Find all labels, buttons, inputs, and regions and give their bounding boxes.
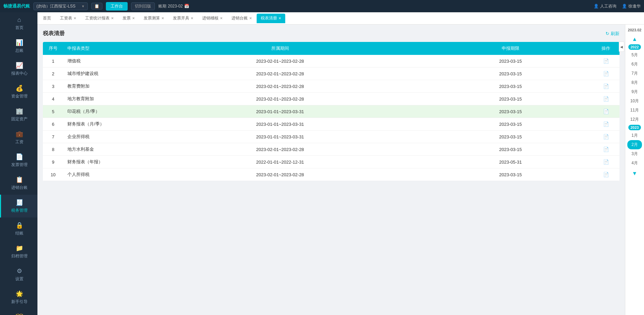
- sidebar-item-close[interactable]: 🔒 结账: [0, 217, 37, 240]
- consult-button[interactable]: 👤 人工咨询: [594, 3, 616, 9]
- action-icon[interactable]: 📄: [603, 172, 609, 177]
- year-2023-badge[interactable]: 2023: [628, 125, 641, 130]
- cell-action: 📄: [592, 143, 619, 156]
- calendar-icon[interactable]: 📅: [184, 4, 189, 9]
- month-2023-4[interactable]: 4月: [625, 159, 644, 168]
- month-2023-1[interactable]: 1月: [625, 131, 644, 140]
- tab-purchase-ledger[interactable]: 进销台账 ✕: [227, 14, 256, 23]
- sidebar-item-guide[interactable]: 🌟 新手引导: [0, 286, 37, 309]
- month-7[interactable]: 7月: [625, 69, 644, 78]
- tab-invoice[interactable]: 发票 ✕: [118, 14, 139, 23]
- sidebar-item-fund[interactable]: 💰 资金管理: [0, 80, 37, 103]
- sidebar-item-report[interactable]: 📈 报表中心: [0, 58, 37, 80]
- cell-deadline: 2023-03-15: [429, 55, 592, 68]
- sidebar-label-salary: 工资: [15, 139, 23, 145]
- company-selector[interactable]: (勿动）江西报宝-LSS ▼: [33, 2, 88, 10]
- cell-action: 📄: [592, 156, 619, 168]
- tab-salary-report[interactable]: 工资统计报表 ✕: [81, 14, 118, 23]
- tab-salary-report-close[interactable]: ✕: [111, 16, 114, 20]
- user-profile[interactable]: 👤 徐逢华: [622, 3, 641, 9]
- panel-down-button[interactable]: ▼: [631, 169, 639, 178]
- action-icon[interactable]: 📄: [603, 109, 609, 114]
- tab-purchase-ledger-close[interactable]: ✕: [249, 16, 252, 20]
- tab-home[interactable]: 首页: [39, 14, 55, 23]
- action-icon[interactable]: 📄: [603, 71, 609, 76]
- action-icon[interactable]: 📄: [603, 96, 609, 102]
- tab-purchase-ledger-label: 进销台账: [231, 15, 248, 21]
- salary-icon: 💼: [16, 130, 23, 138]
- sidebar-label-home: 首页: [15, 25, 23, 31]
- tab-salary-label: 工资表: [60, 15, 72, 21]
- tab-invoice-open-close[interactable]: ✕: [191, 16, 193, 20]
- cell-deadline: 2023-03-15: [429, 93, 592, 105]
- month-2023-2-active[interactable]: 2月: [627, 140, 642, 149]
- cell-period: 2023-02-01~2023-02-28: [131, 80, 429, 93]
- member-icon: 👑: [16, 313, 23, 315]
- company-arrow-icon: ▼: [81, 4, 85, 8]
- sidebar-item-salary[interactable]: 💼 工资: [0, 126, 37, 149]
- action-icon[interactable]: 📄: [603, 121, 609, 127]
- table-row: 3 教育费附加 2023-02-01~2023-02-28 2023-03-15…: [43, 80, 619, 93]
- sidebar-label-guide: 新手引导: [11, 299, 28, 305]
- sidebar-item-purchase[interactable]: 📋 进销台账: [0, 172, 37, 195]
- tab-invoice-calc[interactable]: 发票测算 ✕: [140, 14, 168, 23]
- col-header-action: 操作: [592, 42, 619, 55]
- col-header-deadline: 申报期限: [429, 42, 592, 55]
- sidebar-item-asset[interactable]: 🏢 固定资产: [0, 103, 37, 126]
- period-info: 账期 2023-02 📅: [158, 3, 189, 9]
- ledger-icon: 📊: [16, 39, 23, 46]
- action-icon[interactable]: 📄: [603, 134, 609, 139]
- tab-tax-list-label: 税表清册: [261, 15, 277, 21]
- sidebar-item-home[interactable]: ⌂ 首页: [0, 12, 37, 35]
- tax-table: 序号 申报表类型 所属期间 申报期限 操作 1 增值税 2023-02-01~2…: [43, 42, 619, 181]
- copy-button[interactable]: 📋: [91, 3, 102, 10]
- table-row: 4 地方教育附加 2023-02-01~2023-02-28 2023-03-1…: [43, 93, 619, 105]
- tab-tax-list[interactable]: 税表清册 ✕: [257, 14, 285, 23]
- user-name: 徐逢华: [628, 3, 641, 9]
- cell-type: 城市维护建设税: [63, 68, 131, 80]
- settings-icon: ⚙: [17, 267, 22, 275]
- sidebar-item-invoice[interactable]: 📄 发票管理: [0, 149, 37, 172]
- sidebar-item-settings[interactable]: ⚙ 设置: [0, 263, 37, 286]
- sidebar-item-tax[interactable]: 🧾 税务管理: [0, 195, 37, 217]
- tab-salary-close[interactable]: ✕: [74, 16, 76, 20]
- tab-salary[interactable]: 工资表 ✕: [56, 14, 80, 23]
- workbench-button[interactable]: 工作台: [106, 2, 128, 11]
- consult-label: 人工咨询: [600, 3, 616, 9]
- tab-tax-list-close[interactable]: ✕: [278, 16, 281, 20]
- month-12[interactable]: 12月: [625, 115, 644, 124]
- action-icon[interactable]: 📄: [603, 58, 609, 64]
- refresh-button[interactable]: ↻ 刷新: [606, 31, 619, 37]
- cell-period: 2022-01-01~2022-12-31: [131, 156, 429, 168]
- tab-invoice-calc-close[interactable]: ✕: [161, 16, 164, 20]
- sidebar-item-member[interactable]: 👑 畅会员: [0, 309, 37, 315]
- tab-purchase-check-label: 进销稽核: [202, 15, 219, 21]
- action-icon[interactable]: 📄: [603, 147, 609, 152]
- year-2022-badge[interactable]: 2022: [628, 44, 641, 50]
- tab-invoice-open[interactable]: 发票开具 ✕: [169, 14, 197, 23]
- panel-up-button[interactable]: ▲: [631, 35, 639, 44]
- month-5[interactable]: 5月: [625, 50, 644, 60]
- sidebar-label-fund: 资金管理: [11, 93, 28, 99]
- month-6[interactable]: 6月: [625, 60, 644, 69]
- action-icon[interactable]: 📄: [603, 159, 609, 165]
- month-11[interactable]: 11月: [625, 106, 644, 115]
- month-10[interactable]: 10月: [625, 96, 644, 106]
- invoice-icon: 📄: [16, 153, 23, 161]
- sidebar-item-archive[interactable]: 📁 归档管理: [0, 240, 37, 263]
- cell-deadline: 2023-03-15: [429, 80, 592, 93]
- close-panel-button[interactable]: ◀: [619, 42, 624, 52]
- cell-period: 2023-01-01~2023-03-31: [131, 118, 429, 131]
- period-value: 2023-02: [168, 4, 183, 9]
- tab-purchase-check[interactable]: 进销稽核 ✕: [198, 14, 227, 23]
- sidebar-label-report: 报表中心: [11, 71, 28, 76]
- tab-purchase-check-close[interactable]: ✕: [220, 16, 223, 20]
- action-icon[interactable]: 📄: [603, 84, 609, 89]
- sidebar-item-ledger[interactable]: 📊 总账: [0, 35, 37, 58]
- guide-icon: 🌟: [16, 290, 23, 298]
- month-9[interactable]: 9月: [625, 87, 644, 96]
- switch-old-button[interactable]: 切到旧版: [131, 2, 155, 10]
- tab-invoice-close[interactable]: ✕: [132, 16, 135, 20]
- month-8[interactable]: 8月: [625, 78, 644, 87]
- month-2023-3[interactable]: 3月: [625, 149, 644, 159]
